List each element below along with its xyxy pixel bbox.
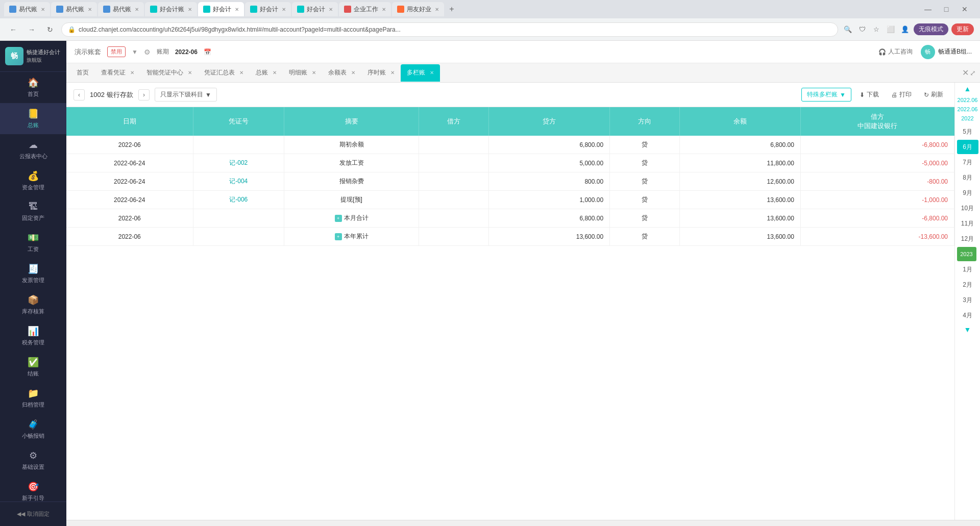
calendar-icon[interactable]: 📅 [204, 48, 211, 56]
tab-9[interactable]: 用友好业 ✕ [392, 2, 444, 16]
sidebar-item-cloud-report[interactable]: ☁ 云报表中心 [0, 134, 66, 165]
tab-view-voucher-close[interactable]: ✕ [130, 70, 134, 76]
download-button[interactable]: ⬇ 下载 [855, 88, 883, 101]
extension-icon[interactable]: ⬜ [885, 24, 896, 35]
headset-icon: 🎧 [878, 48, 886, 56]
tab-7[interactable]: 好会计 ✕ [292, 2, 338, 16]
tab-voucher-summary-close[interactable]: ✕ [239, 70, 243, 76]
sidebar-item-salary[interactable]: 💵 工资 [0, 227, 66, 258]
sidebar-item-inventory[interactable]: 📦 库存核算 [0, 289, 66, 320]
sidebar-item-fixed-assets[interactable]: 🏗 固定资产 [0, 196, 66, 227]
settings-gear-icon[interactable]: ⚙ [144, 48, 151, 56]
refresh-button[interactable]: ↻ 刷新 [920, 88, 947, 101]
print-button[interactable]: 🖨 打印 [887, 88, 916, 101]
tab-close-2[interactable]: ✕ [88, 7, 92, 12]
address-input[interactable]: 🔒 cloud2.chanjet.com/accounting/uh26t264… [61, 22, 838, 37]
sidebar-item-ledger[interactable]: 📒 总账 [0, 103, 66, 134]
sidebar-item-archive[interactable]: 📁 归档管理 [0, 383, 66, 414]
tab-multi-column-close[interactable]: ✕ [430, 70, 434, 76]
month-item[interactable]: 9月 [957, 186, 978, 200]
forward-button[interactable]: → [24, 22, 39, 37]
shield-icon[interactable]: 🛡 [856, 24, 868, 35]
tab-3[interactable]: 易代账 ✕ [98, 2, 144, 16]
guide-icon: 🎯 [28, 481, 39, 492]
tab-home[interactable]: 首页 [70, 64, 95, 82]
back-button[interactable]: ← [6, 22, 20, 37]
tab-close-3[interactable]: ✕ [135, 7, 139, 12]
cell-voucher[interactable]: 记-002 [193, 154, 284, 172]
unpin-button[interactable]: ◀◀ 取消固定 [3, 507, 64, 521]
month-item[interactable]: 3月 [957, 293, 978, 307]
update-button[interactable]: 更新 [951, 23, 974, 35]
tab-view-voucher[interactable]: 查看凭证 ✕ [95, 64, 140, 82]
demo-badge[interactable]: 禁用 [107, 46, 126, 57]
month-item[interactable]: 6月 [957, 140, 978, 154]
tab-4[interactable]: 好会计账 ✕ [145, 2, 197, 16]
tab-2[interactable]: 易代账 ✕ [51, 2, 97, 16]
tab-close-1[interactable]: ✕ [41, 7, 45, 12]
month-item[interactable]: 4月 [957, 308, 978, 322]
sub-filter-dropdown[interactable]: 只显示下级科目 ▼ [155, 88, 217, 102]
tab-5[interactable]: 好会计 ✕ [198, 2, 244, 16]
new-tab-button[interactable]: + [445, 3, 458, 16]
special-multi-button[interactable]: 特殊多栏账 ▼ [801, 88, 851, 102]
tab-multi-column[interactable]: 多栏账 ✕ [401, 64, 440, 82]
tab-balance[interactable]: 余额表 ✕ [322, 64, 361, 82]
tab-1[interactable]: 易代账 ✕ [4, 2, 50, 16]
tab-close-6[interactable]: ✕ [282, 7, 286, 12]
tab-8[interactable]: 企业工作 ✕ [339, 2, 391, 16]
search-icon[interactable]: 🔍 [842, 24, 853, 35]
month-item[interactable]: 11月 [957, 216, 978, 231]
tab-balance-close[interactable]: ✕ [351, 70, 355, 76]
sidebar-item-invoice[interactable]: 🧾 发票管理 [0, 258, 66, 289]
tab-close-9[interactable]: ✕ [435, 7, 439, 12]
tab-smart-voucher[interactable]: 智能凭证中心 ✕ [140, 64, 198, 82]
month-scroll-down[interactable]: ▼ [962, 323, 974, 336]
tab-expand-icon[interactable]: ⤢ [970, 69, 976, 77]
month-item[interactable]: 12月 [957, 232, 978, 246]
tab-close-5[interactable]: ✕ [235, 7, 239, 12]
wuhen-button[interactable]: 无痕模式 [914, 23, 948, 35]
reload-button[interactable]: ↻ [43, 22, 57, 37]
month-scroll-up[interactable]: ▲ [961, 83, 973, 95]
home-icon: 🏠 [28, 77, 39, 88]
tab-general-ledger[interactable]: 总账 ✕ [250, 64, 283, 82]
month-item[interactable]: 7月 [957, 155, 978, 169]
minimize-button[interactable]: — [921, 2, 935, 16]
tab-close-8[interactable]: ✕ [382, 7, 386, 12]
sidebar-item-home[interactable]: 🏠 首页 [0, 72, 66, 103]
cell-voucher[interactable]: 记-006 [193, 191, 284, 209]
sidebar-item-tax[interactable]: 📊 税务管理 [0, 320, 66, 352]
maximize-button[interactable]: □ [939, 2, 953, 16]
tab-voucher-summary[interactable]: 凭证汇总表 ✕ [198, 64, 250, 82]
month-item[interactable]: 2月 [957, 278, 978, 292]
tab-close-icon[interactable]: ✕ [962, 68, 969, 78]
close-window-button[interactable]: ✕ [958, 2, 972, 16]
tab-close-7[interactable]: ✕ [329, 7, 333, 12]
sidebar-item-expense[interactable]: 🧳 小畅报销 [0, 414, 66, 445]
sidebar-item-settings[interactable]: ⚙ 基础设置 [0, 445, 66, 476]
tab-journal-close[interactable]: ✕ [390, 70, 395, 76]
tab-detail-ledger[interactable]: 明细账 ✕ [283, 64, 322, 82]
tab-journal[interactable]: 序时账 ✕ [361, 64, 401, 82]
sidebar-item-guide[interactable]: 🎯 新手引导 [0, 476, 66, 502]
prev-account-button[interactable]: ‹ [74, 89, 85, 101]
sidebar-item-capital[interactable]: 💰 资金管理 [0, 165, 66, 196]
next-account-button[interactable]: › [138, 89, 150, 101]
tab-general-ledger-close[interactable]: ✕ [273, 70, 277, 76]
cell-voucher[interactable]: 记-004 [193, 172, 284, 191]
sidebar-item-closing[interactable]: ✅ 结账 [0, 352, 66, 383]
tab-close-4[interactable]: ✕ [188, 7, 192, 12]
tab-detail-ledger-close[interactable]: ✕ [312, 70, 316, 76]
star-icon[interactable]: ☆ [871, 24, 882, 35]
service-button[interactable]: 🎧 人工咨询 [878, 47, 913, 56]
month-item[interactable]: 8月 [957, 170, 978, 185]
month-item[interactable]: 10月 [957, 201, 978, 215]
demo-dropdown-arrow[interactable]: ▼ [132, 48, 138, 56]
month-item[interactable]: 1月 [957, 262, 978, 277]
horizontal-scrollbar[interactable] [66, 520, 980, 526]
profile-icon[interactable]: 👤 [899, 24, 911, 35]
tab-smart-voucher-close[interactable]: ✕ [188, 70, 192, 76]
tab-6[interactable]: 好会计 ✕ [245, 2, 291, 16]
month-item[interactable]: 5月 [957, 124, 978, 139]
